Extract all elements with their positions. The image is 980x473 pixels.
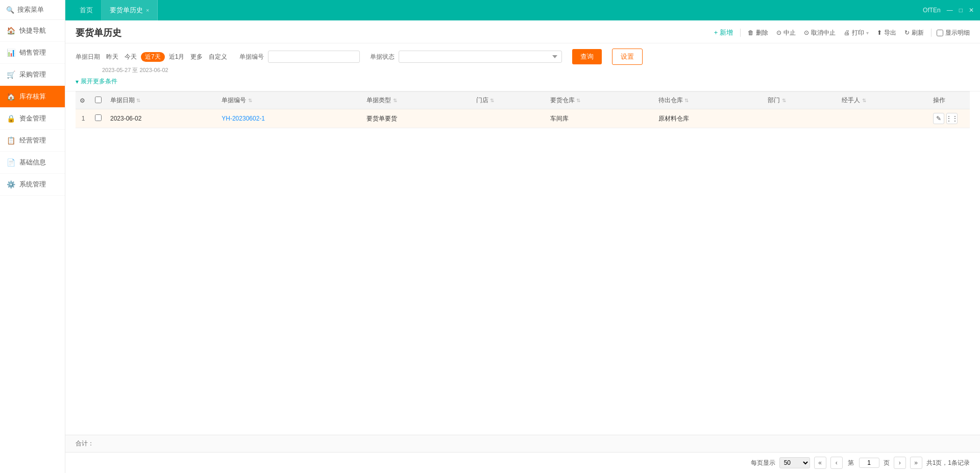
sidebar-icon-finance: 🔒: [6, 114, 15, 123]
filter-area: 单据日期 昨天今天近7天近1月更多自定义 单据编号 单据状态 查询 设置: [65, 43, 980, 91]
table-footer: 合计：: [65, 435, 980, 452]
export-button[interactable]: ⬆ 导出: [875, 28, 898, 38]
sort-doc-type-icon: ⇅: [393, 98, 397, 103]
tab-requisition-history[interactable]: 要货单历史 ×: [102, 0, 158, 20]
sidebar-item-finance[interactable]: 🔒资金管理: [0, 108, 65, 130]
col-doc-type-header[interactable]: 单据类型 ⇅: [362, 92, 472, 109]
sidebar-icon-inventory: 🏠: [6, 92, 15, 101]
settings-button[interactable]: 设置: [612, 49, 643, 65]
sidebar-search-label: 搜索菜单: [17, 5, 44, 14]
sidebar-item-basic-info[interactable]: 📄基础信息: [0, 152, 65, 174]
delete-button[interactable]: 🗑 删除: [746, 28, 770, 38]
first-page-btn[interactable]: «: [814, 457, 826, 469]
tab-home[interactable]: 首页: [71, 0, 102, 20]
col-handler-header[interactable]: 经手人 ⇅: [838, 92, 929, 109]
sidebar-icon-basic-info: 📄: [6, 158, 15, 167]
sidebar-item-inventory[interactable]: 🏠库存核算: [0, 86, 65, 108]
row-detail-btn[interactable]: ⋮⋮: [946, 113, 958, 124]
minimize-btn[interactable]: —: [947, 7, 953, 14]
date-shortcut-昨天[interactable]: 昨天: [104, 52, 120, 62]
date-shortcuts: 昨天今天近7天近1月更多自定义: [104, 52, 229, 62]
display-detail-checkbox[interactable]: [937, 30, 943, 36]
sort-department-icon: ⇅: [782, 98, 786, 103]
sidebar-icon-purchase: 🛒: [6, 70, 15, 79]
select-all-checkbox[interactable]: [95, 97, 102, 103]
row-edit-btn[interactable]: ✎: [933, 113, 944, 124]
query-button[interactable]: 查询: [572, 49, 602, 64]
date-range-display: 2023-05-27 至 2023-06-02: [102, 67, 168, 73]
row-req-warehouse: 车间库: [546, 109, 655, 128]
data-table: ⚙ 单据日期 ⇅ 单据编号 ⇅ 单据类型 ⇅ 门店 ⇅ 要货仓库 ⇅ 待出仓库 …: [76, 91, 970, 128]
date-filter-label: 单据日期: [76, 53, 100, 61]
col-req-warehouse-header[interactable]: 要货仓库 ⇅: [546, 92, 655, 109]
col-store-header[interactable]: 门店 ⇅: [472, 92, 546, 109]
sort-req-warehouse-icon: ⇅: [576, 98, 580, 103]
date-shortcut-近1月[interactable]: 近1月: [167, 52, 187, 62]
main-area: 首页要货单历史 × OfTEn — □ ✕ 要货单历史 + 新增 🗑 删除 ⊙ …: [65, 0, 980, 473]
sort-doc-date-icon: ⇅: [136, 98, 140, 103]
tab-label-requisition-history: 要货单历史: [110, 6, 143, 15]
sidebar-search[interactable]: 🔍 搜索菜单: [0, 0, 65, 20]
doc-no-label: 单据编号: [239, 53, 264, 61]
next-page-btn[interactable]: ›: [894, 457, 906, 469]
table-row: 1 2023-06-02 YH-20230602-1 要货单要货 车间库 原材料…: [76, 109, 970, 128]
print-button[interactable]: 🖨 打印 ▾: [842, 28, 871, 38]
content-area: 要货单历史 + 新增 🗑 删除 ⊙ 中止 ⊙ 取消中止 🖨 打: [65, 20, 980, 473]
sidebar-icon-system: ⚙️: [6, 180, 15, 189]
date-shortcut-自定义[interactable]: 自定义: [207, 52, 229, 62]
col-department-header[interactable]: 部门 ⇅: [764, 92, 838, 109]
summary-label: 合计：: [76, 439, 94, 448]
date-shortcut-更多[interactable]: 更多: [188, 52, 205, 62]
page-header: 要货单历史 + 新增 🗑 删除 ⊙ 中止 ⊙ 取消中止 🖨 打: [65, 20, 980, 43]
prev-page-btn[interactable]: ‹: [830, 457, 843, 469]
suspend-button[interactable]: ⊙ 中止: [774, 28, 798, 38]
date-shortcut-今天[interactable]: 今天: [122, 52, 139, 62]
page-size-select[interactable]: 50 100 200: [779, 457, 810, 468]
sidebar-item-system[interactable]: ⚙️系统管理: [0, 174, 65, 196]
tab-close-requisition-history[interactable]: ×: [146, 7, 149, 13]
row-index: 1: [76, 109, 91, 128]
maximize-btn[interactable]: □: [959, 7, 963, 14]
delete-icon: 🗑: [748, 29, 754, 36]
col-checkbox-header: [91, 92, 106, 109]
add-button[interactable]: + 新增: [712, 27, 735, 38]
col-settings-header[interactable]: ⚙: [76, 92, 91, 109]
filter-row-1: 单据日期 昨天今天近7天近1月更多自定义 单据编号 单据状态 查询 设置: [76, 49, 970, 65]
suspend-icon: ⊙: [776, 29, 781, 36]
row-checkbox-0[interactable]: [95, 114, 102, 121]
doc-no-link[interactable]: YH-20230602-1: [222, 115, 265, 122]
sidebar-item-sales[interactable]: 📊销售管理: [0, 42, 65, 64]
display-detail-toggle[interactable]: 显示明细: [937, 29, 970, 37]
sort-pending-warehouse-icon: ⇅: [684, 98, 689, 103]
cancel-suspend-button[interactable]: ⊙ 取消中止: [802, 28, 838, 38]
table-area: ⚙ 单据日期 ⇅ 单据编号 ⇅ 单据类型 ⇅ 门店 ⇅ 要货仓库 ⇅ 待出仓库 …: [65, 91, 980, 435]
col-pending-warehouse-header[interactable]: 待出仓库 ⇅: [654, 92, 764, 109]
date-shortcut-近7天[interactable]: 近7天: [141, 52, 165, 62]
col-doc-no-header[interactable]: 单据编号 ⇅: [217, 92, 362, 109]
status-select[interactable]: [399, 51, 562, 63]
page-number-input[interactable]: [859, 458, 879, 468]
row-checkbox-cell: [91, 109, 106, 128]
page-size-label: 每页显示: [751, 459, 775, 467]
sort-handler-icon: ⇅: [862, 98, 866, 103]
sidebar-item-quick-nav[interactable]: 🏠快捷导航: [0, 20, 65, 42]
sidebar-label-sales: 销售管理: [19, 48, 46, 57]
refresh-button[interactable]: ↻ 刷新: [902, 28, 926, 38]
sidebar-item-purchase[interactable]: 🛒采购管理: [0, 64, 65, 86]
last-page-btn[interactable]: »: [910, 457, 922, 469]
row-actions-cell: ✎ ⋮⋮: [929, 109, 970, 128]
print-icon: 🖨: [844, 29, 850, 36]
page-title: 要货单历史: [76, 27, 121, 39]
doc-no-input[interactable]: [268, 51, 360, 63]
total-info: 共1页，1条记录: [926, 459, 970, 467]
export-icon: ⬆: [877, 29, 882, 36]
sidebar-item-operations[interactable]: 📋经营管理: [0, 130, 65, 152]
close-btn[interactable]: ✕: [969, 7, 974, 14]
print-dropdown-icon: ▾: [866, 30, 869, 36]
doc-no-filter-group: 单据编号: [239, 51, 360, 63]
row-doc-date: 2023-06-02: [106, 109, 217, 128]
sidebar-label-inventory: 库存核算: [19, 92, 46, 101]
pagination-bar: 每页显示 50 100 200 « ‹ 第 页 › » 共1页，1条记录: [65, 452, 980, 473]
expand-more-btn[interactable]: ▾ 展开更多条件: [76, 77, 970, 86]
col-doc-date-header[interactable]: 单据日期 ⇅: [106, 92, 217, 109]
